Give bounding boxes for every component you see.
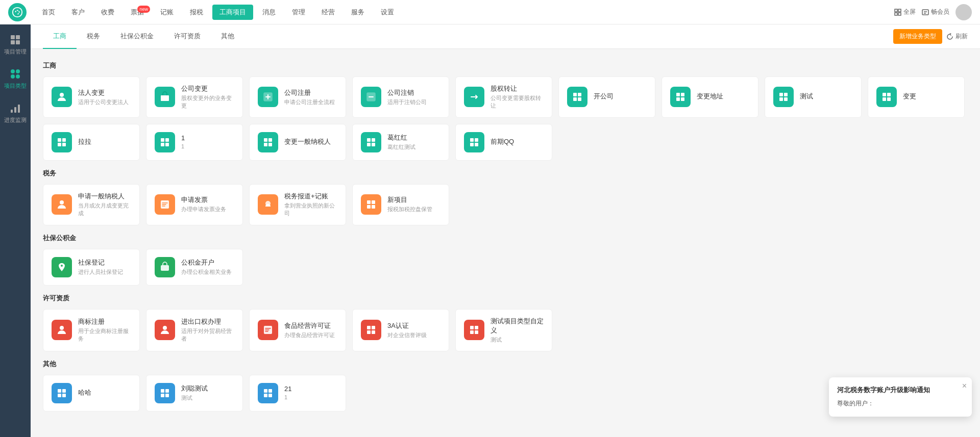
svg-point-10	[16, 69, 20, 73]
nav-item-service[interactable]: 服务	[344, 5, 372, 20]
tab-xuke[interactable]: 许可资质	[164, 24, 211, 49]
refresh-button[interactable]: 刷新	[946, 32, 968, 41]
svg-rect-77	[62, 389, 66, 393]
card-mohonghong[interactable]: 葛红红 葛红红测试	[352, 124, 449, 161]
svg-rect-36	[58, 138, 61, 142]
nav-item-business[interactable]: 工商项目	[212, 5, 253, 20]
section-title-other: 其他	[43, 359, 968, 369]
card-title-change-address: 变更地址	[697, 92, 750, 101]
svg-rect-45	[268, 138, 272, 142]
card-change1[interactable]: 变更	[868, 76, 965, 118]
card-desc-mohonghong: 葛红红测试	[387, 143, 440, 151]
card-change-address[interactable]: 变更地址	[662, 76, 758, 118]
svg-rect-24	[676, 93, 680, 96]
card-icon-change-tax	[258, 132, 278, 152]
app-logo[interactable]	[8, 3, 27, 21]
sidebar-label-progress-monitor: 进度监测	[4, 116, 27, 124]
nav-item-message[interactable]: 消息	[255, 5, 283, 20]
svg-rect-32	[883, 93, 886, 96]
svg-rect-44	[264, 138, 267, 142]
nav-item-accounting[interactable]: 记账	[153, 5, 181, 20]
app-layout: 项目管理 项目类型 进度监测	[0, 24, 980, 437]
card-title-company-cancel: 公司注销	[387, 88, 440, 97]
nav-item-settings[interactable]: 设置	[374, 5, 401, 20]
card-desc-import-export: 适用于对外贸易经营者	[181, 327, 234, 343]
svg-rect-73	[475, 326, 478, 329]
card-import-export[interactable]: 进出口权办理 适用于对外贸易经营者	[146, 309, 243, 351]
svg-rect-72	[470, 326, 474, 329]
sidebar-item-project-type[interactable]: 项目类型	[0, 63, 31, 95]
tab-shebao[interactable]: 社保公积金	[110, 24, 164, 49]
tab-gongshang[interactable]: 工商	[43, 24, 77, 49]
fullscreen-label: 全屏	[903, 8, 916, 16]
tab-other[interactable]: 其他	[211, 24, 244, 49]
svg-rect-68	[367, 326, 371, 329]
card-tax-report-accounting[interactable]: 税务报道+记账 拿到营业执照的新公司	[249, 184, 346, 225]
svg-rect-50	[367, 143, 371, 146]
nav-item-invoice[interactable]: 票据new	[124, 5, 151, 20]
card-apply-taxpayer[interactable]: 申请一般纳税人 当月或次月成变更完成	[43, 184, 140, 225]
card-desc-test-type: 测试	[491, 336, 544, 344]
card-fund-open[interactable]: 公积金开户 办理公积金相关业务	[146, 249, 243, 286]
svg-rect-41	[165, 138, 169, 142]
card-legal-change[interactable]: 法人变更 适用于公司变更法人	[43, 76, 140, 118]
svg-rect-17	[161, 95, 169, 101]
svg-rect-75	[475, 330, 478, 334]
main-nav: 首页客户收费票据new记账报税工商项目消息管理经营服务设置	[35, 5, 894, 20]
card-desc-social-register: 进行人员社保登记	[78, 268, 131, 276]
card-liu-test[interactable]: 刘聪测试 测试	[146, 375, 243, 412]
card-social-register[interactable]: 社保登记 进行人员社保登记	[43, 249, 140, 286]
nav-item-billing[interactable]: 收费	[94, 5, 121, 20]
fullscreen-button[interactable]: 全屏	[894, 8, 916, 16]
card-lala[interactable]: 拉拉	[43, 124, 140, 161]
card-icon-lala	[52, 132, 72, 152]
card-preqq[interactable]: 前期QQ	[455, 124, 552, 161]
svg-rect-78	[58, 394, 61, 397]
new-type-button[interactable]: 新增业务类型	[893, 29, 942, 44]
card-icon-company-cancel	[361, 87, 381, 107]
nav-item-client[interactable]: 客户	[64, 5, 92, 20]
sidebar-item-progress-monitor[interactable]: 进度监测	[0, 97, 31, 129]
nav-item-tax[interactable]: 报税	[183, 5, 210, 20]
card-icon-company-change	[155, 87, 175, 107]
notification-close-button[interactable]: ×	[962, 381, 967, 391]
user-avatar[interactable]	[955, 4, 972, 20]
card-desc-company-cancel: 适用于注销公司	[387, 98, 440, 106]
card-open-company[interactable]: 开公司	[558, 76, 655, 118]
member-button[interactable]: 畅会员	[922, 8, 949, 16]
card-company-change[interactable]: 公司变更 股权变更外的业务变更	[146, 76, 243, 118]
card-trademark[interactable]: 商标注册 用于企业商标注册服务	[43, 309, 140, 351]
card-title-new-project: 新项目	[387, 195, 440, 204]
card-company-cancel[interactable]: 公司注销 适用于注销公司	[352, 76, 449, 118]
member-label: 畅会员	[931, 8, 949, 16]
card-apply-invoice[interactable]: 申请发票 办理申请发票业务	[146, 184, 243, 225]
card-title-change-tax: 变更一般纳税人	[284, 137, 337, 146]
nav-item-operation[interactable]: 经营	[314, 5, 342, 20]
card-num21[interactable]: 21 1	[249, 375, 346, 412]
card-change-tax[interactable]: 变更一般纳税人	[249, 124, 346, 161]
card-equity-transfer[interactable]: 股权转让 公司变更需要股权转让	[455, 76, 552, 118]
card-num1[interactable]: 1 1	[146, 124, 243, 161]
card-food-license[interactable]: 食品经营许可证 办理食品经营许可证	[249, 309, 346, 351]
card-title-legal-change: 法人变更	[78, 88, 131, 97]
nav-item-manage[interactable]: 管理	[285, 5, 312, 20]
card-desc-3a-cert: 对企业信誉评级	[387, 331, 440, 339]
svg-rect-64	[161, 265, 169, 271]
card-test1[interactable]: 测试	[765, 76, 862, 118]
section-title-xuke: 许可资质	[43, 294, 968, 303]
svg-point-12	[16, 74, 20, 79]
card-icon-equity-transfer	[464, 87, 484, 107]
card-new-project[interactable]: 新项目 报税加税控盘保管	[352, 184, 449, 225]
svg-rect-62	[372, 205, 375, 209]
card-icon-import-export	[155, 320, 175, 340]
sidebar-item-project-manage[interactable]: 项目管理	[0, 29, 31, 61]
nav-item-home[interactable]: 首页	[35, 5, 62, 20]
card-test-type[interactable]: 测试项目类型自定义 测试	[455, 309, 552, 351]
card-3a-cert[interactable]: 3A认证 对企业信誉评级	[352, 309, 449, 351]
card-haha[interactable]: 哈哈	[43, 375, 140, 412]
svg-rect-39	[62, 143, 66, 146]
tab-shuiwu[interactable]: 税务	[77, 24, 110, 49]
card-icon-change1	[876, 87, 897, 107]
card-company-register[interactable]: 公司注册 申请公司注册全流程	[249, 76, 346, 118]
card-icon-open-company	[567, 87, 587, 107]
